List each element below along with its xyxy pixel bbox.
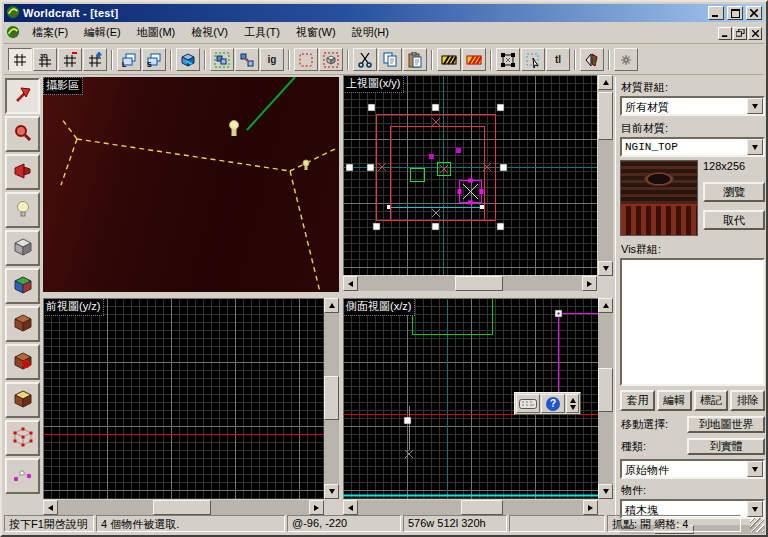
texture-group-combobox[interactable]: 所有材質 bbox=[620, 96, 765, 116]
visgroups-listbox[interactable] bbox=[620, 258, 765, 386]
mdi-minimize-button[interactable] bbox=[718, 27, 732, 40]
cut-button[interactable] bbox=[353, 48, 377, 71]
options-button[interactable] bbox=[614, 48, 638, 71]
camera-tool-button[interactable] bbox=[5, 154, 40, 190]
camera-icon bbox=[13, 161, 33, 183]
context-help-button[interactable]: ? bbox=[541, 394, 565, 413]
select-touching-button[interactable] bbox=[496, 48, 520, 71]
current-texture-value: NGIN_TOP bbox=[622, 139, 747, 155]
mdi-close-button[interactable] bbox=[748, 27, 762, 40]
vscroll-thumb[interactable] bbox=[324, 376, 339, 420]
texture-preview[interactable] bbox=[620, 160, 698, 236]
scroll-up-button[interactable] bbox=[324, 298, 339, 313]
menu-map[interactable]: 地圖(M) bbox=[129, 23, 184, 43]
load-window-state-button[interactable]: L bbox=[117, 48, 141, 71]
svg-text:3D: 3D bbox=[40, 53, 48, 59]
scroll-down-button[interactable] bbox=[324, 484, 339, 499]
entity-tool-button[interactable] bbox=[5, 192, 40, 228]
camera-viewport[interactable]: 攝影區 bbox=[43, 77, 339, 292]
to-world-button[interactable]: 到地圖世界 bbox=[687, 416, 765, 433]
select-containing-button[interactable] bbox=[521, 48, 545, 71]
scroll-up-button[interactable] bbox=[598, 75, 613, 90]
svg-text:L: L bbox=[122, 61, 127, 68]
copy-button[interactable] bbox=[378, 48, 402, 71]
toggle-3d-grid-button[interactable]: 3D bbox=[33, 48, 57, 71]
mark-button[interactable]: 標記 bbox=[694, 390, 729, 411]
chevron-down-icon[interactable] bbox=[747, 139, 763, 155]
vertex-tool-button[interactable] bbox=[5, 420, 40, 456]
menu-tools[interactable]: 工具(T) bbox=[236, 23, 288, 43]
light-entity-sprite bbox=[303, 160, 309, 170]
replace-button[interactable]: 取代 bbox=[703, 210, 765, 230]
apply-texture-tool-button[interactable] bbox=[5, 306, 40, 342]
side-view-vscrollbar[interactable] bbox=[598, 298, 613, 499]
browse-button[interactable]: 瀏覽 bbox=[703, 182, 765, 202]
hide-selected-button[interactable] bbox=[294, 48, 318, 71]
toggle-grid-button[interactable] bbox=[8, 48, 32, 71]
group-button[interactable] bbox=[210, 48, 234, 71]
run-map-button[interactable] bbox=[580, 48, 604, 71]
menu-view[interactable]: 檢視(V) bbox=[183, 23, 236, 43]
ignore-groups-button[interactable]: ig bbox=[260, 48, 284, 71]
to-entity-button[interactable]: 到實體 bbox=[687, 438, 765, 455]
camera-wireframe bbox=[43, 77, 339, 292]
smaller-grid-button[interactable] bbox=[58, 48, 82, 71]
edit-cordon-button[interactable] bbox=[462, 48, 486, 71]
title-bar[interactable]: Worldcraft - [test] bbox=[4, 4, 764, 22]
exclude-button[interactable]: 排除 bbox=[730, 390, 765, 411]
front-viewport[interactable]: 前視圖(y/z) bbox=[43, 298, 324, 499]
scroll-down-button[interactable] bbox=[598, 261, 613, 276]
texture-art-bottom bbox=[621, 204, 697, 235]
scroll-right-button[interactable] bbox=[582, 276, 597, 291]
resize-grip[interactable] bbox=[750, 518, 764, 532]
save-window-state-button[interactable]: S bbox=[142, 48, 166, 71]
light-bulb-icon bbox=[13, 199, 33, 221]
mdi-restore-button[interactable] bbox=[733, 27, 747, 40]
maximize-button[interactable] bbox=[727, 6, 743, 20]
toolbar-spinner-button[interactable] bbox=[566, 394, 579, 413]
ungroup-button[interactable] bbox=[235, 48, 259, 71]
side-viewport[interactable]: 側面視圖(x/z) ? bbox=[343, 298, 598, 499]
apply-button[interactable]: 套用 bbox=[620, 390, 655, 411]
selection-tool-button[interactable] bbox=[5, 78, 40, 114]
top-viewport[interactable]: 上視圖(x/y) bbox=[343, 75, 597, 275]
hscroll-thumb[interactable] bbox=[455, 276, 503, 291]
scroll-down-button[interactable] bbox=[598, 484, 613, 499]
toggle-cordon-button[interactable] bbox=[437, 48, 461, 71]
larger-grid-button[interactable] bbox=[83, 48, 107, 71]
menu-edit[interactable]: 編輯(E) bbox=[76, 23, 129, 43]
menu-file[interactable]: 檔案(F) bbox=[24, 23, 76, 43]
texture-group-value: 所有材質 bbox=[622, 98, 747, 114]
top-view-vscrollbar[interactable] bbox=[598, 75, 613, 276]
texture-application-tool-button[interactable] bbox=[5, 268, 40, 304]
menu-help[interactable]: 說明(H) bbox=[344, 23, 397, 43]
magnify-tool-button[interactable] bbox=[5, 116, 40, 152]
chevron-down-icon[interactable] bbox=[747, 461, 763, 477]
current-texture-combobox[interactable]: NGIN_TOP bbox=[620, 137, 765, 157]
top-view-hscrollbar[interactable] bbox=[343, 276, 597, 291]
decal-tool-button[interactable] bbox=[5, 344, 40, 380]
edit-button[interactable]: 編輯 bbox=[657, 390, 692, 411]
document-icon[interactable] bbox=[6, 25, 20, 41]
scroll-up-button[interactable] bbox=[598, 298, 613, 313]
texture-lock-button[interactable]: tl bbox=[546, 48, 570, 71]
block-tool-button[interactable] bbox=[5, 230, 40, 266]
keyboard-shortcuts-button[interactable] bbox=[516, 394, 540, 413]
current-texture-label: 目前材質: bbox=[621, 121, 765, 136]
vscroll-thumb[interactable] bbox=[598, 92, 613, 140]
menu-window[interactable]: 視窗(W) bbox=[288, 23, 344, 43]
minimize-button[interactable] bbox=[708, 6, 724, 20]
vscroll-thumb[interactable] bbox=[598, 368, 613, 412]
close-button[interactable] bbox=[746, 6, 762, 20]
status-help-text: 按下F1開啓說明 bbox=[4, 515, 94, 532]
front-view-vscrollbar[interactable] bbox=[324, 298, 339, 499]
path-tool-button[interactable] bbox=[5, 458, 40, 494]
texture-lock-label: tl bbox=[555, 54, 561, 65]
category-combobox[interactable]: 原始物件 bbox=[620, 459, 765, 479]
show-hidden-button[interactable] bbox=[319, 48, 343, 71]
carve-button[interactable] bbox=[176, 48, 200, 71]
clipping-tool-button[interactable] bbox=[5, 382, 40, 418]
scroll-left-button[interactable] bbox=[343, 276, 358, 291]
chevron-down-icon[interactable] bbox=[747, 98, 763, 114]
paste-button[interactable] bbox=[403, 48, 427, 71]
